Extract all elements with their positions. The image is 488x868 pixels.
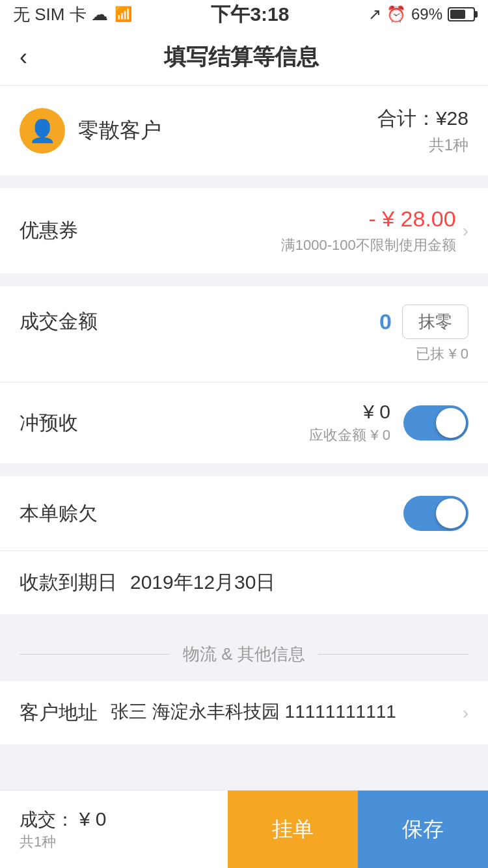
bottom-deal-label: 成交： (20, 809, 74, 830)
logistics-separator: 物流 & 其他信息 (0, 627, 488, 681)
status-time: 下午3:18 (211, 1, 289, 28)
prepay-amounts: ¥ 0 应收金额 ¥ 0 (309, 401, 390, 445)
status-bar: 无 SIM 卡 ☁ 📶 下午3:18 ↗ ⏰ 69% (0, 0, 488, 29)
bottom-deal-amount: ¥ 0 (79, 808, 107, 830)
toggle-knob (436, 408, 466, 438)
hold-button[interactable]: 挂单 (228, 791, 358, 868)
prepay-right: ¥ 0 应收金额 ¥ 0 (309, 401, 468, 445)
divider-2 (0, 273, 488, 286)
customer-right: 合计：¥28 共1种 (377, 105, 468, 156)
deal-amount-value: 0 (379, 309, 392, 334)
bottom-count: 共1种 (20, 832, 208, 852)
coupon-desc: 满1000-100不限制使用金额 (281, 236, 456, 255)
debt-label: 本单赊欠 (20, 500, 98, 527)
nav-bar: ‹ 填写结算等信息 (0, 29, 488, 86)
deal-amount-section: 成交金额 0 抹零 已抹 ¥ 0 (0, 286, 488, 382)
debt-toggle[interactable] (403, 496, 468, 531)
coupon-right: - ¥ 28.00 满1000-100不限制使用金额 › (281, 206, 468, 255)
customer-name: 零散客户 (78, 116, 161, 145)
avatar: 👤 (20, 108, 65, 154)
page-title: 填写结算等信息 (40, 42, 442, 72)
prepay-section: 冲预收 ¥ 0 应收金额 ¥ 0 (0, 383, 488, 463)
prepay-toggle[interactable] (403, 405, 468, 441)
round-button[interactable]: 抹零 (402, 305, 468, 339)
bottom-bar: 成交： ¥ 0 共1种 挂单 保存 (0, 790, 488, 868)
alarm-icon: ⏰ (386, 5, 406, 23)
divider-3 (0, 463, 488, 476)
bottom-info: 成交： ¥ 0 共1种 (0, 791, 228, 868)
prepay-amount: ¥ 0 (309, 401, 390, 423)
customer-left: 👤 零散客户 (20, 108, 161, 154)
coupon-label: 优惠券 (20, 217, 78, 244)
amount-right: 0 抹零 (379, 305, 468, 339)
back-button[interactable]: ‹ (20, 44, 27, 71)
total-amount: 合计：¥28 (377, 105, 468, 132)
prepay-label: 冲预收 (20, 410, 78, 437)
sep-line-right (318, 654, 468, 655)
amount-sub: 已抹 ¥ 0 (20, 344, 468, 364)
avatar-icon: 👤 (29, 118, 56, 144)
address-chevron-icon: › (463, 703, 468, 724)
debt-toggle-knob (436, 498, 466, 528)
address-value: 张三 海淀永丰科技园 11111111111 (111, 699, 396, 726)
coupon-discount: - ¥ 28.00 (281, 206, 456, 232)
coupon-chevron-icon: › (463, 221, 468, 241)
prepay-sub: 应收金额 ¥ 0 (309, 426, 390, 445)
customer-section: 👤 零散客户 合计：¥28 共1种 (0, 86, 488, 175)
due-date-value: 2019年12月30日 (130, 569, 275, 596)
total-count: 共1种 (377, 135, 468, 156)
no-sim-label: 无 SIM 卡 ☁ (13, 3, 108, 26)
divider-4 (0, 614, 488, 627)
debt-section: 本单赊欠 (0, 476, 488, 550)
status-left: 无 SIM 卡 ☁ 📶 (13, 3, 132, 26)
address-section[interactable]: 客户地址 张三 海淀永丰科技园 11111111111 › (0, 681, 488, 744)
battery-percent: 69% (411, 5, 442, 23)
address-left: 客户地址 张三 海淀永丰科技园 11111111111 (20, 699, 396, 726)
battery-icon (448, 7, 475, 21)
bottom-deal-row: 成交： ¥ 0 (20, 807, 208, 832)
amount-row: 成交金额 0 抹零 (20, 305, 468, 339)
save-button[interactable]: 保存 (358, 791, 488, 868)
logistics-label: 物流 & 其他信息 (183, 643, 305, 666)
sep-line-left (20, 654, 170, 655)
deal-amount-label: 成交金额 (20, 308, 98, 335)
due-date-label: 收款到期日 (20, 569, 117, 596)
coupon-section[interactable]: 优惠券 - ¥ 28.00 满1000-100不限制使用金额 › (0, 188, 488, 273)
location-icon: ↗ (368, 5, 381, 23)
due-date-section: 收款到期日 2019年12月30日 (0, 551, 488, 614)
wifi-icon: 📶 (115, 6, 132, 23)
status-right: ↗ ⏰ 69% (368, 5, 475, 23)
address-label: 客户地址 (20, 699, 98, 726)
divider-1 (0, 175, 488, 188)
